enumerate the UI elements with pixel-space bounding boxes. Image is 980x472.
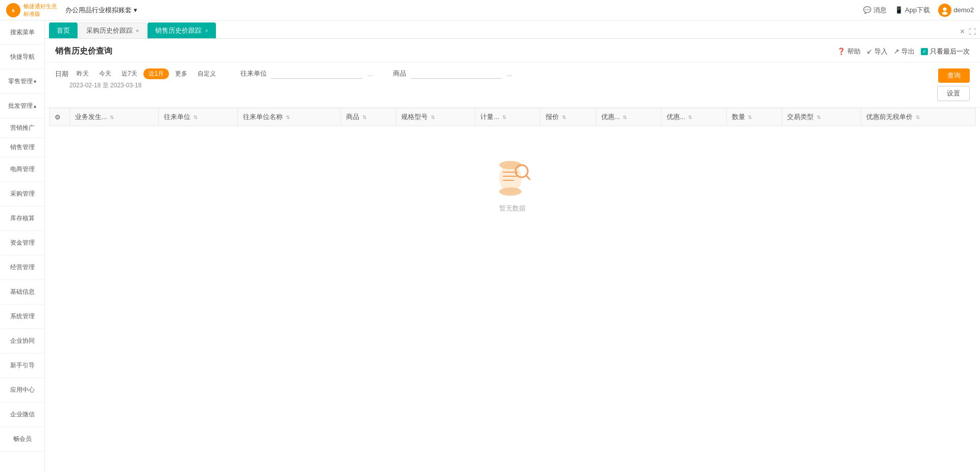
import-icon: ↙ — [867, 48, 872, 55]
tab-purchase-label: 采购历史价跟踪 — [86, 26, 133, 35]
sidebar-item-search[interactable]: 搜索菜单 — [0, 20, 44, 45]
sidebar-item-inventory[interactable]: 库存核算 — [0, 206, 44, 231]
partner-input[interactable] — [271, 68, 363, 79]
sort-icon: ⇅ — [502, 114, 506, 120]
tab-purchase-history[interactable]: 采购历史价跟踪 × — [79, 22, 146, 38]
sort-icon: ⇅ — [688, 114, 692, 120]
tab-home[interactable]: 首页 — [49, 22, 78, 38]
sidebar-item-finance[interactable]: 资金管理 — [0, 231, 44, 255]
sort-icon: ⇅ — [748, 114, 752, 120]
table-header-row: ⚙ 业务发生... ⇅ 往来单位 ⇅ 往来单位名称 — [50, 108, 976, 126]
sidebar-item-appstore[interactable]: 应用中心 — [0, 378, 44, 403]
page-actions: ❓ 帮助 ↙ 导入 ↗ 导出 ✓ 只看最后一次 — [837, 47, 970, 56]
sidebar-item-enterprise[interactable]: 企业协同 — [0, 329, 44, 353]
col-settings[interactable]: ⚙ — [50, 108, 70, 126]
col-trade-type[interactable]: 交易类型 ⇅ — [782, 108, 861, 126]
date-btn-7days[interactable]: 近7天 — [117, 68, 141, 79]
empty-text: 暂无数据 — [499, 204, 526, 213]
chevron-up-icon: ▴ — [34, 103, 36, 109]
goods-dots[interactable]: ... — [506, 70, 512, 78]
settings-button[interactable]: 设置 — [937, 86, 970, 101]
logo-icon: 6 — [6, 3, 20, 17]
download-icon: 📱 — [895, 6, 903, 14]
sidebar-item-sales[interactable]: 销售管理 — [0, 138, 44, 157]
svg-point-4 — [942, 12, 948, 15]
col-partner-name[interactable]: 往来单位名称 ⇅ — [238, 108, 341, 126]
help-button[interactable]: ❓ 帮助 — [837, 47, 861, 56]
checkbox-checked-icon: ✓ — [921, 48, 928, 55]
message-icon: 💬 — [863, 6, 871, 14]
date-btn-custom[interactable]: 自定义 — [193, 68, 220, 79]
empty-illustration — [492, 157, 533, 198]
partner-filter: 往来单位 ... — [240, 68, 373, 90]
date-btn-more[interactable]: 更多 — [171, 68, 191, 79]
sidebar-item-wechat[interactable]: 企业微信 — [0, 403, 44, 427]
chevron-down-icon: ▾ — [134, 6, 137, 14]
sidebar: 搜索菜单 快捷导航 零售管理 ▾ 批发管理 ▴ 营销推广 销售管理 电商管理 采… — [0, 20, 45, 472]
sidebar-item-basic[interactable]: 基础信息 — [0, 280, 44, 304]
col-unit[interactable]: 计量... ⇅ — [475, 108, 541, 126]
sidebar-item-newbie[interactable]: 新手引导 — [0, 353, 44, 378]
sidebar-item-wholesale[interactable]: 批发管理 ▴ — [0, 94, 44, 119]
app-download-button[interactable]: 📱 App下载 — [895, 6, 930, 15]
query-button[interactable]: 查询 — [938, 68, 970, 83]
sort-icon: ⇅ — [431, 114, 435, 120]
sidebar-item-retail[interactable]: 零售管理 ▾ — [0, 69, 44, 94]
svg-point-7 — [499, 187, 522, 196]
logo-area: 6 畅捷通好生意 标准版 — [6, 3, 57, 17]
date-btn-yesterday[interactable]: 昨天 — [72, 68, 93, 79]
col-spec[interactable]: 规格型号 ⇅ — [396, 108, 475, 126]
svg-point-6 — [499, 161, 522, 169]
col-pretax-price[interactable]: 优惠前无税单价 ⇅ — [861, 108, 976, 126]
table-container: ⚙ 业务发生... ⇅ 往来单位 ⇅ 往来单位名称 — [45, 108, 980, 126]
col-discount2[interactable]: 优惠... ⇅ — [661, 108, 726, 126]
export-icon: ↗ — [894, 48, 899, 55]
col-discount1[interactable]: 优惠... ⇅ — [596, 108, 661, 126]
user-menu[interactable]: demo2 — [938, 4, 974, 17]
avatar — [938, 4, 951, 17]
tab-sales-label: 销售历史价跟踪 — [155, 26, 202, 35]
sidebar-item-system[interactable]: 系统管理 — [0, 304, 44, 329]
only-last-checkbox[interactable]: ✓ 只看最后一次 — [921, 47, 970, 56]
date-btn-1month[interactable]: 近1月 — [143, 68, 169, 79]
col-partner-code[interactable]: 往来单位 ⇅ — [159, 108, 238, 126]
sidebar-item-purchase[interactable]: 采购管理 — [0, 182, 44, 206]
header-right: 💬 消息 📱 App下载 demo2 — [863, 4, 974, 17]
goods-input[interactable] — [410, 68, 502, 79]
col-goods[interactable]: 商品 ⇅ — [340, 108, 396, 126]
sort-icon: ⇅ — [362, 114, 366, 120]
header-left: 6 畅捷通好生意 标准版 办公用品行业模拟账套 ▾ — [6, 3, 141, 17]
tab-sales-history[interactable]: 销售历史价跟踪 × — [148, 22, 215, 38]
tab-purchase-close[interactable]: × — [136, 28, 139, 34]
settings-icon: ⚙ — [55, 113, 61, 121]
search-label: 搜索菜单 — [10, 28, 35, 37]
col-biz-date[interactable]: 业务发生... ⇅ — [70, 108, 159, 126]
sidebar-item-marketing[interactable]: 营销推广 — [0, 119, 44, 138]
sidebar-item-vip[interactable]: 畅会员 — [0, 427, 44, 452]
tab-sales-close[interactable]: × — [205, 28, 208, 34]
col-qty[interactable]: 数量 ⇅ — [726, 108, 781, 126]
sidebar-item-shortcut[interactable]: 快捷导航 — [0, 45, 44, 69]
goods-filter: 商品 ... — [393, 68, 512, 90]
sidebar-item-ecommerce[interactable]: 电商管理 — [0, 157, 44, 182]
col-quote[interactable]: 报价 ⇅ — [541, 108, 596, 126]
sidebar-item-operation[interactable]: 经营管理 — [0, 255, 44, 280]
sort-icon: ⇅ — [623, 114, 627, 120]
empty-state: 暂无数据 — [45, 126, 980, 244]
sort-icon: ⇅ — [193, 114, 198, 120]
date-btn-today[interactable]: 今天 — [95, 68, 115, 79]
app-selector[interactable]: 办公用品行业模拟账套 ▾ — [61, 4, 141, 17]
content-area: 首页 采购历史价跟踪 × 销售历史价跟踪 × × ⛶ 销售历史价查询 — [45, 20, 980, 472]
help-icon: ❓ — [837, 48, 845, 55]
export-button[interactable]: ↗ 导出 — [894, 47, 915, 56]
import-button[interactable]: ↙ 导入 — [867, 47, 888, 56]
message-button[interactable]: 💬 消息 — [863, 6, 887, 15]
tab-home-label: 首页 — [57, 26, 70, 35]
page-content: 销售历史价查询 ❓ 帮助 ↙ 导入 ↗ 导出 ✓ — [45, 39, 980, 472]
maximize-icon[interactable]: ⛶ — [969, 28, 976, 36]
sort-icon: ⇅ — [562, 114, 566, 120]
sort-icon: ⇅ — [916, 114, 920, 120]
close-all-icon[interactable]: × — [960, 27, 965, 36]
sort-icon: ⇅ — [286, 114, 290, 120]
partner-dots[interactable]: ... — [367, 70, 373, 78]
